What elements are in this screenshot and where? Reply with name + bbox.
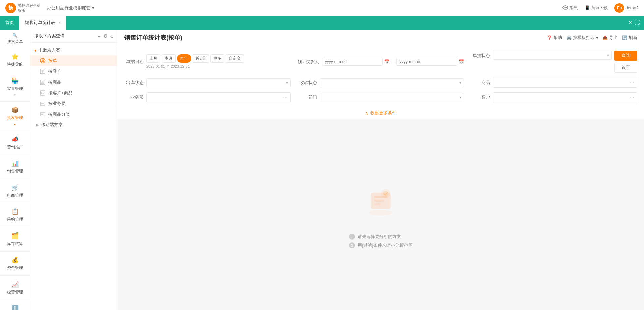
sidebar-item-inventory[interactable]: 🗂️ 库存核算 bbox=[0, 227, 30, 252]
empty-tips: 1 请先选择要分析的方案 2 用[过滤]条件来缩小分析范围 bbox=[349, 234, 412, 248]
tree-group-label: 电脑端方案 bbox=[39, 47, 60, 53]
tab-minimize-button[interactable]: × bbox=[629, 20, 632, 26]
sidebar-item-label: 零售管理 bbox=[7, 86, 23, 92]
date-btn-this-year[interactable]: 本年 bbox=[177, 54, 191, 63]
tab-home[interactable]: 首页 bbox=[0, 16, 19, 30]
collection-status-select[interactable] bbox=[320, 78, 464, 87]
date-btn-custom[interactable]: 自定义 bbox=[226, 54, 244, 63]
filter-cell-product: 商品 ··· bbox=[471, 78, 637, 88]
calendar-icon-from[interactable]: 📅 bbox=[384, 59, 389, 64]
delivery-date-to[interactable] bbox=[396, 58, 457, 66]
svg-point-14 bbox=[369, 210, 392, 215]
date-btn-last-month[interactable]: 上月 bbox=[146, 54, 160, 63]
tree-item-by-order[interactable]: 单 按单 bbox=[30, 55, 117, 66]
svg-text:客+品: 客+品 bbox=[40, 92, 45, 94]
sidebar-item-finance[interactable]: 💰 资金管理 bbox=[0, 252, 30, 276]
tree-item-by-salesperson[interactable]: 按业务员 bbox=[30, 98, 117, 109]
print-icon: 🖨️ bbox=[566, 35, 572, 40]
out-status-select[interactable] bbox=[146, 78, 291, 87]
sidebar-item-operation[interactable]: 📈 经营管理 bbox=[0, 276, 30, 300]
tree-item-by-category[interactable]: 按商品分类 bbox=[30, 109, 117, 120]
content-area: 按以下方案查询 + ⚙ « ▾ 电脑端方案 bbox=[30, 30, 644, 310]
settings-scheme-button[interactable]: ⚙ bbox=[103, 33, 108, 39]
settings-button[interactable]: 设置 bbox=[614, 63, 637, 73]
date-buttons: 上月 本月 本年 近7天 更多 自定义 bbox=[146, 54, 291, 63]
tab-close-icon[interactable]: × bbox=[59, 20, 61, 25]
sidebar-item-marketing[interactable]: 📣 营销推广 bbox=[0, 131, 30, 155]
tree-item-by-cust-prod[interactable]: 客+品 按客户+商品 bbox=[30, 88, 117, 98]
sidebar-item-retail[interactable]: 🏪 零售管理 ▾ bbox=[0, 72, 30, 102]
date-btn-more[interactable]: 更多 bbox=[210, 54, 224, 63]
left-panel-header: 按以下方案查询 + ⚙ « bbox=[30, 30, 117, 43]
date-btn-7days[interactable]: 近7天 bbox=[193, 54, 209, 63]
salesperson-icon bbox=[40, 101, 46, 107]
wholesale-icon: 📦 bbox=[11, 106, 19, 114]
print-button[interactable]: 🖨️ 按模板打印 ▾ bbox=[566, 35, 598, 41]
customer-more-button[interactable]: ··· bbox=[630, 94, 634, 100]
tab-maximize-button[interactable]: ⛶ bbox=[635, 20, 640, 26]
sidebar-item-label: 电商管理 bbox=[7, 193, 23, 198]
tree-item-by-customer[interactable]: 客 按客户 bbox=[30, 66, 117, 77]
add-scheme-button[interactable]: + bbox=[98, 33, 101, 39]
page-header: 销售订单统计表(按单) ❓ 帮助 🖨️ 按模板打印 ▾ bbox=[117, 30, 644, 46]
sidebar-item-basic[interactable]: ℹ️ 基础信息 bbox=[0, 300, 30, 310]
refresh-button[interactable]: 🔄 刷新 bbox=[622, 35, 637, 41]
delivery-date-from[interactable] bbox=[322, 58, 383, 66]
tree-group-pc[interactable]: ▾ 电脑端方案 bbox=[30, 45, 117, 55]
tree-item-by-product[interactable]: 品 按商品 bbox=[30, 77, 117, 88]
sales-icon: 📊 bbox=[11, 160, 19, 167]
tip-num-1: 1 bbox=[349, 234, 355, 240]
status-select[interactable] bbox=[493, 51, 612, 60]
filter-cell-salesperson: 业务员 ··· bbox=[124, 92, 291, 102]
tree-item-label: 按商品 bbox=[48, 79, 61, 85]
query-button[interactable]: 查询 bbox=[614, 51, 637, 61]
svg-rect-8 bbox=[40, 102, 45, 105]
message-icon: 💬 bbox=[562, 5, 568, 10]
sidebar-item-label: 采购管理 bbox=[7, 217, 23, 222]
date-range-text: 2023-01-01 至 2023-12-31 bbox=[146, 64, 291, 69]
tree-group-label-mobile: 移动端方案 bbox=[41, 122, 63, 128]
department-select[interactable] bbox=[320, 93, 464, 102]
help-button[interactable]: ❓ 帮助 bbox=[547, 35, 562, 41]
tab-sales-order[interactable]: 销售订单统计表 × bbox=[19, 16, 66, 30]
logo-text: 畅捷通好生意 标版 bbox=[18, 3, 40, 13]
download-icon: 📱 bbox=[585, 5, 590, 10]
retail-icon: 🏪 bbox=[11, 77, 19, 85]
cust-prod-icon: 客+品 bbox=[40, 90, 46, 96]
search-icon: 🔍 bbox=[12, 33, 17, 38]
user-avatar-area[interactable]: Ea demo2 bbox=[614, 3, 639, 13]
sidebar-item-ecommerce[interactable]: 🛒 电商管理 bbox=[0, 179, 30, 203]
collapse-panel-button[interactable]: « bbox=[110, 33, 113, 39]
sidebar-item-wholesale[interactable]: 📦 批发管理 ▴ bbox=[0, 102, 30, 131]
tree-item-label: 按客户+商品 bbox=[48, 90, 73, 96]
sidebar-item-sales[interactable]: 📊 销售管理 bbox=[0, 155, 30, 179]
sidebar-item-purchase[interactable]: 📋 采购管理 bbox=[0, 203, 30, 227]
filter-cell-out-status: 出库状态 bbox=[124, 78, 291, 88]
tree-section: ▾ 电脑端方案 单 按单 bbox=[30, 43, 117, 133]
app-selector[interactable]: 办公用品行业模拟账套 ▾ bbox=[44, 4, 97, 12]
export-button[interactable]: 📤 导出 bbox=[602, 35, 618, 41]
date-btn-this-month[interactable]: 本月 bbox=[162, 54, 176, 63]
purchase-icon: 📋 bbox=[11, 208, 19, 215]
tab-bar: 首页 销售订单统计表 × × ⛶ bbox=[0, 16, 644, 30]
logo-icon: 畅 bbox=[5, 3, 16, 13]
download-button[interactable]: 📱 App下载 bbox=[585, 5, 608, 11]
logo-area: 畅 畅捷通好生意 标版 bbox=[5, 3, 40, 13]
chevron-down-icon: ▾ bbox=[14, 93, 16, 97]
page-title: 销售订单统计表(按单) bbox=[124, 34, 182, 42]
product-more-button[interactable]: ··· bbox=[630, 80, 634, 86]
left-panel: 按以下方案查询 + ⚙ « ▾ 电脑端方案 bbox=[30, 30, 117, 310]
message-button[interactable]: 💬 消息 bbox=[562, 5, 578, 11]
salesperson-more-button[interactable]: ··· bbox=[283, 94, 287, 100]
page-header-top: 销售订单统计表(按单) ❓ 帮助 🖨️ 按模板打印 ▾ bbox=[124, 34, 637, 42]
calendar-icon-to[interactable]: 📅 bbox=[459, 59, 464, 64]
collapse-bar[interactable]: ∧ 收起更多条件 bbox=[117, 107, 644, 119]
tree-item-label: 按商品分类 bbox=[48, 111, 70, 117]
sidebar-search[interactable]: 🔍 搜索菜单 bbox=[0, 30, 30, 48]
left-panel-actions: + ⚙ « bbox=[98, 33, 113, 39]
tree-group-mobile[interactable]: ▶ 移动端方案 bbox=[30, 120, 117, 130]
sidebar-item-label: 资金管理 bbox=[7, 265, 23, 271]
sidebar-item-label: 快捷导航 bbox=[7, 62, 23, 67]
tree-item-label: 按客户 bbox=[48, 68, 61, 74]
sidebar-item-quicknav[interactable]: ⭐ 快捷导航 bbox=[0, 48, 30, 72]
